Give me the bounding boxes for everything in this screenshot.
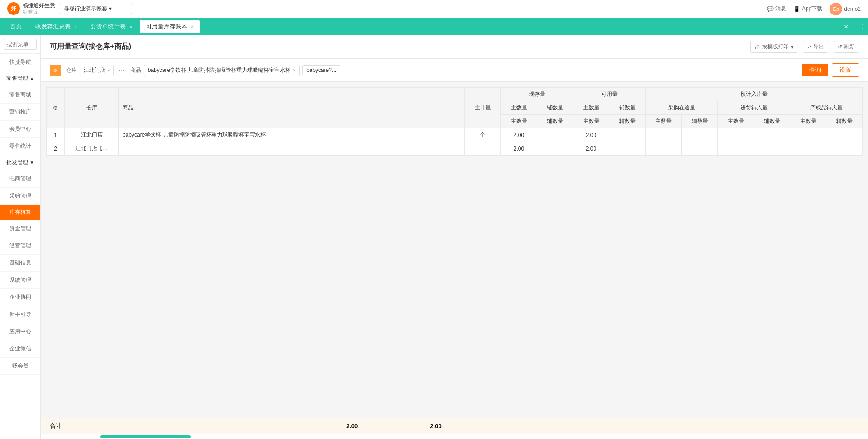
sidebar-item-enterprise-label: 企业协同 — [9, 294, 31, 300]
tab-inventory[interactable]: 可用量库存账本 × — [140, 20, 200, 33]
tab-inventory-close[interactable]: × — [191, 24, 193, 29]
refresh-button[interactable]: ↺ 刷新 — [834, 41, 859, 53]
sidebar-item-quick-nav-label: 快捷导航 — [9, 59, 31, 65]
cell-purchase-main — [646, 142, 682, 156]
cell-warehouse: 江北门店【... — [65, 142, 119, 156]
cell-inbound-main — [718, 128, 754, 142]
tabs-right: ✕ ⛶ — [842, 22, 864, 31]
sidebar-item-purchase-label: 采购管理 — [9, 193, 31, 199]
logo-text: 畅捷通好生意 — [23, 2, 55, 9]
warehouse-filter-tag: 江北门店 × — [80, 65, 114, 76]
sidebar-item-enterprise[interactable]: 企业协同 — [0, 289, 40, 306]
export-button[interactable]: ↗ 导出 — [803, 41, 828, 53]
tab-orders[interactable]: 要货单统计表 × — [84, 20, 138, 33]
sidebar-item-zero-sales[interactable]: 零售管理 ▲ — [0, 71, 40, 86]
scroll-bar-area — [41, 434, 868, 439]
th-warehouse-label: 仓库 — [86, 104, 97, 111]
th-warehouse: 仓库 — [65, 88, 119, 128]
sidebar-item-inventory[interactable]: 库存核算 — [0, 205, 40, 220]
tab-home[interactable]: 首页 — [4, 20, 28, 33]
sidebar-item-member2[interactable]: 畅会员 — [0, 358, 40, 375]
company-select[interactable]: 母婴行业演示账套 ▾ — [60, 4, 132, 14]
th-product: 商品 — [119, 88, 465, 128]
sidebar-search-area — [0, 35, 40, 54]
page-title: 可用量查询(按仓库+商品) — [50, 42, 131, 52]
tab-receipts-close[interactable]: × — [74, 24, 77, 29]
cell-index: 1 — [47, 128, 65, 142]
export-label: 导出 — [813, 43, 824, 51]
user-profile[interactable]: Ea demo2 — [830, 3, 861, 15]
warehouse-filter-remove[interactable]: × — [107, 67, 110, 73]
cell-stock-aux — [537, 128, 573, 142]
th-avail-main: 主数量 — [573, 101, 609, 115]
content-area: 可用量查询(按仓库+商品) 🖨 按模板打印 ▾ ↗ 导出 ↺ 刷新 — [41, 35, 868, 439]
cell-unit: 个 — [465, 128, 501, 142]
sidebar-item-zero-mall[interactable]: 零售商城 — [0, 86, 40, 104]
sidebar-item-system[interactable]: 系统管理 — [0, 272, 40, 289]
table-row: 1 江北门店 babycare学饮杯 儿童防摔防撞吸管杯重力球吸嘴杯宝宝水杯 个… — [47, 128, 863, 142]
cell-product-inbound-main — [790, 128, 826, 142]
table-row: 2 江北门店【... 2.00 2.00 — [47, 142, 863, 156]
sidebar-item-finance-label: 资金管理 — [9, 225, 31, 231]
th-stock-main2: 主数量 — [501, 115, 537, 128]
th-purchase-main: 主数量 — [646, 115, 682, 128]
sidebar-item-enterprise-wechat[interactable]: 企业微信 — [0, 340, 40, 358]
refresh-label: 刷新 — [844, 43, 855, 51]
sidebar-item-marketing[interactable]: 营销推广 — [0, 104, 40, 121]
sidebar-item-member[interactable]: 会员中心 — [0, 121, 40, 138]
th-available-label: 可用量 — [601, 91, 618, 97]
sidebar-item-system-label: 系统管理 — [9, 277, 31, 283]
table-settings-icon[interactable]: ⚙ — [53, 105, 58, 111]
sidebar-item-purchase[interactable]: 采购管理 — [0, 188, 40, 205]
th-settings[interactable]: ⚙ — [47, 88, 65, 128]
sidebar-item-zero-stats[interactable]: 零售统计 — [0, 138, 40, 155]
cell-purchase-main — [646, 128, 682, 142]
tab-orders-close[interactable]: × — [129, 24, 132, 29]
tabs-fullscreen[interactable]: ⛶ — [854, 22, 864, 31]
th-product-inbound-subgroup: 产成品待入量 — [790, 101, 863, 115]
message-icon: 💬 — [767, 6, 774, 12]
query-label: 查询 — [809, 66, 821, 73]
horizontal-scrollbar[interactable] — [100, 435, 191, 438]
sidebar-item-finance[interactable]: 资金管理 — [0, 220, 40, 237]
query-button[interactable]: 查询 — [802, 64, 828, 76]
product-filter-tag: babycare学饮杯 儿童防摔防撞吸管杯重力球吸嘴杯宝宝水杯 × — [144, 65, 300, 76]
search-input[interactable] — [4, 39, 37, 50]
cell-warehouse: 江北门店 — [65, 128, 119, 142]
sidebar-item-member-label: 会员中心 — [9, 126, 31, 132]
sidebar-item-quick-nav[interactable]: 快捷导航 — [0, 54, 40, 71]
sidebar-item-basic-info[interactable]: 基础信息 — [0, 255, 40, 272]
tab-inventory-label: 可用量库存账本 — [146, 23, 187, 31]
warehouse-filter-label: 仓库 — [66, 66, 77, 74]
sidebar-item-app-center[interactable]: 应用中心 — [0, 323, 40, 340]
tabs-close-all[interactable]: ✕ — [842, 22, 851, 31]
tab-receipts[interactable]: 收发存汇总表 × — [29, 20, 83, 33]
th-product-inbound-main: 主数量 — [790, 115, 826, 128]
header-actions: 🖨 按模板打印 ▾ ↗ 导出 ↺ 刷新 — [750, 41, 859, 53]
sidebar-item-wholesale[interactable]: 批发管理 ▼ — [0, 155, 40, 170]
filter-area: » 仓库 江北门店 × ··· 商品 babycare学饮杯 儿童防摔防撞吸管杯… — [41, 59, 868, 82]
th-purchase-aux: 辅数量 — [682, 115, 718, 128]
message-button[interactable]: 💬 消息 — [767, 5, 786, 13]
settings-button[interactable]: 设置 — [832, 63, 859, 77]
cell-product-inbound-aux — [826, 128, 863, 142]
product-filter-label: 商品 — [130, 66, 141, 74]
table-footer: 合计 2.00 2.00 — [41, 418, 868, 434]
logo-area: 好 畅捷通好生意 标准版 — [7, 2, 55, 15]
top-bar-left: 好 畅捷通好生意 标准版 母婴行业演示账套 ▾ — [7, 2, 132, 15]
sidebar-item-ecommerce[interactable]: 电商管理 — [0, 170, 40, 188]
table-wrapper: ⚙ 仓库 商品 主计量 现存量 — [41, 82, 868, 418]
app-download-icon: 📱 — [793, 6, 800, 12]
print-button[interactable]: 🖨 按模板打印 ▾ — [750, 41, 797, 53]
top-bar: 好 畅捷通好生意 标准版 母婴行业演示账套 ▾ 💬 消息 📱 App下载 Ea … — [0, 0, 868, 18]
th-stock-aux: 辅数量 — [537, 101, 573, 115]
th-purchase-inbound-label: 预计入库量 — [741, 91, 768, 97]
logo-icon: 好 — [7, 2, 20, 15]
product-filter-remove[interactable]: × — [292, 67, 295, 73]
sidebar-item-new-guide[interactable]: 新手引导 — [0, 306, 40, 323]
filter-expand-button[interactable]: » — [50, 65, 61, 76]
warehouse-filter-more[interactable]: ··· — [118, 66, 124, 74]
sidebar-item-operations[interactable]: 经营管理 — [0, 237, 40, 255]
th-stock-group: 现存量 — [501, 88, 573, 101]
app-download-button[interactable]: 📱 App下载 — [793, 5, 822, 13]
